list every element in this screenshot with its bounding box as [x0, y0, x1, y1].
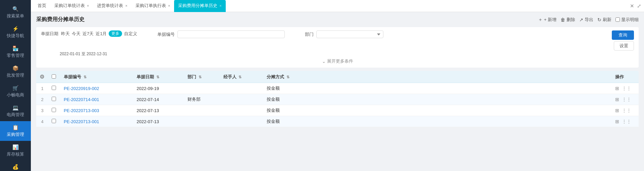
tab-close-purchase-order-stats[interactable]: × — [87, 0, 89, 12]
doc-no-link-3[interactable]: PE-20220713-003 — [64, 108, 99, 113]
shortcut-7days[interactable]: 近7天 — [83, 31, 94, 37]
toolbar: ＋ + 新增 🗑 删除 ↗ 导出 ↻ 刷新 显示明细 — [538, 17, 639, 23]
sidebar-item-inventory[interactable]: 📊 库存核算 — [0, 141, 31, 161]
col-header-dept: 部门 ⇅ — [184, 71, 220, 83]
col-header-doc-no: 单据编号 ⇅ — [60, 71, 133, 83]
expand-more-btn[interactable]: ⌄ 展开更多条件 — [41, 58, 634, 64]
shortcut-more[interactable]: 更多 — [109, 30, 122, 37]
filter-row-1: 单据日期 昨天 今天 近7天 近1月 更多 自定义 单据编号 — [41, 30, 634, 51]
content-area: 采购费用分摊单历史 ＋ + 新增 🗑 删除 ↗ 导出 ↻ 刷新 — [31, 12, 644, 171]
doc-no-link-4[interactable]: PE-20220713-001 — [64, 119, 99, 124]
col-checkbox — [48, 71, 60, 83]
row-checkbox-3 — [48, 105, 60, 116]
cell-actions-2: ⊞ ⋮⋮ — [612, 94, 639, 105]
sidebar-item-wholesale[interactable]: 📦 批发管理 — [0, 62, 31, 82]
show-columns-checkbox[interactable] — [615, 17, 620, 22]
sidebar: 🔍 搜索菜单 ⚡ 快捷导航 🏪 零售管理 📦 批发管理 🛒 小畅电商 💻 电商管… — [0, 0, 31, 171]
cell-doc-no-2: PE-20220714-001 — [60, 94, 133, 105]
row-checkbox-2 — [48, 94, 60, 105]
view-icon-4[interactable]: ⊞ — [615, 119, 619, 124]
date-filter-group: 单据日期 昨天 今天 近7天 近1月 更多 自定义 — [41, 30, 137, 37]
row-checkbox-4 — [48, 116, 60, 127]
tab-close-purchase-cost-split[interactable]: × — [219, 0, 221, 12]
column-settings-icon[interactable]: ⚙ — [40, 74, 44, 80]
sidebar-item-retail[interactable]: 🏪 零售管理 — [0, 42, 31, 62]
finance-icon: 💰 — [12, 164, 19, 170]
row-select-2[interactable] — [52, 97, 56, 101]
cell-date-2: 2022-07-14 — [133, 94, 184, 105]
tab-purchase-order-stats[interactable]: 采购订单统计表 × — [50, 0, 93, 12]
row-select-3[interactable] — [52, 108, 56, 112]
sidebar-item-ecom-mgr[interactable]: 💻 电商管理 — [0, 101, 31, 121]
row-num-2: 2 — [36, 94, 48, 105]
more-icon-2[interactable]: ⋮⋮ — [622, 97, 631, 102]
refresh-button[interactable]: ↻ 刷新 — [597, 17, 611, 23]
filter-actions: 查询 设置 — [612, 30, 634, 51]
ecom-small-icon: 🛒 — [12, 85, 19, 91]
shortcut-1month[interactable]: 近1月 — [96, 31, 107, 37]
doc-no-filter-group: 单据编号 — [157, 30, 285, 38]
sidebar-item-purchase[interactable]: 📋 采购管理 — [0, 121, 31, 141]
shortcut-yesterday[interactable]: 昨天 — [61, 31, 70, 37]
sort-dept-icon[interactable]: ⇅ — [199, 75, 202, 79]
shortcut-custom[interactable]: 自定义 — [124, 31, 137, 37]
cell-dept-3 — [184, 105, 220, 116]
dept-select[interactable] — [316, 30, 383, 38]
cell-handler-2 — [220, 94, 263, 105]
more-icon-3[interactable]: ⋮⋮ — [622, 108, 631, 113]
col-header-split-method: 分摊方式 ⇅ — [263, 71, 612, 83]
sidebar-item-search[interactable]: 🔍 搜索菜单 — [0, 3, 31, 22]
sort-doc-no-icon[interactable]: ⇅ — [84, 75, 87, 79]
doc-no-input[interactable] — [177, 30, 285, 38]
cell-split-method-1: 按金额 — [263, 83, 612, 94]
more-icon-1[interactable]: ⋮⋮ — [622, 86, 631, 91]
more-icon-4[interactable]: ⋮⋮ — [622, 119, 631, 124]
tab-close-purchase-order-exec[interactable]: × — [168, 0, 170, 12]
doc-no-link-1[interactable]: PE-20220919-002 — [64, 86, 99, 91]
close-window-icon[interactable]: ✕ — [630, 3, 634, 9]
sidebar-item-quick-nav[interactable]: ⚡ 快捷导航 — [0, 22, 31, 42]
query-button[interactable]: 查询 — [612, 30, 634, 40]
view-icon-2[interactable]: ⊞ — [615, 97, 619, 102]
row-select-1[interactable] — [52, 86, 56, 90]
show-columns-toggle[interactable]: 显示明细 — [615, 17, 639, 23]
add-button[interactable]: ＋ + 新增 — [538, 17, 556, 23]
filter-panel: 单据日期 昨天 今天 近7天 近1月 更多 自定义 单据编号 — [36, 27, 639, 68]
settings-button[interactable]: 设置 — [614, 41, 634, 51]
export-button[interactable]: ↗ 导出 — [579, 17, 593, 23]
cell-handler-3 — [220, 105, 263, 116]
tab-incoming-stats[interactable]: 进货单统计表 × — [93, 0, 131, 12]
maximize-icon[interactable]: ⤢ — [637, 3, 641, 9]
cell-dept-1 — [184, 83, 220, 94]
cell-date-1: 2022-09-19 — [133, 83, 184, 94]
search-icon: 🔍 — [12, 6, 19, 12]
sort-date-icon[interactable]: ⇅ — [156, 75, 159, 79]
doc-no-link-2[interactable]: PE-20220714-001 — [64, 97, 99, 102]
shortcut-today[interactable]: 今天 — [72, 31, 80, 37]
main-area: 首页 采购订单统计表 × 进货单统计表 × 采购订单执行表 × 采购费用分摊单历… — [31, 0, 644, 171]
tab-purchase-cost-split[interactable]: 采购费用分摊单历史 × — [174, 0, 225, 12]
sort-handler-icon[interactable]: ⇅ — [238, 75, 241, 79]
tab-home[interactable]: 首页 — [34, 0, 50, 12]
sidebar-item-finance[interactable]: 💰 资金管理 — [0, 161, 31, 171]
data-table-wrapper: ⚙ 单据编号 ⇅ 单据日期 ⇅ — [36, 71, 639, 127]
select-all-checkbox[interactable] — [52, 74, 56, 79]
sidebar-item-ecom-small[interactable]: 🛒 小畅电商 — [0, 82, 31, 101]
tab-purchase-order-exec[interactable]: 采购订单执行表 × — [131, 0, 174, 12]
page-title: 采购费用分摊单历史 — [36, 16, 85, 23]
table-body: 1 PE-20220919-002 2022-09-19 按金额 ⊞ ⋮⋮ 2 — [36, 83, 639, 127]
refresh-icon: ↻ — [597, 17, 601, 22]
table-row: 1 PE-20220919-002 2022-09-19 按金额 ⊞ ⋮⋮ — [36, 83, 639, 94]
row-select-4[interactable] — [52, 119, 56, 123]
sort-split-icon[interactable]: ⇅ — [286, 75, 289, 79]
date-range-text: 2022-01-01 至 2022-12-31 — [60, 52, 107, 56]
view-icon-1[interactable]: ⊞ — [615, 86, 619, 91]
delete-button[interactable]: 🗑 删除 — [560, 17, 575, 23]
cell-actions-4: ⊞ ⋮⋮ — [612, 116, 639, 127]
view-icon-3[interactable]: ⊞ — [615, 108, 619, 113]
cell-doc-no-1: PE-20220919-002 — [60, 83, 133, 94]
tab-close-incoming-stats[interactable]: × — [125, 0, 127, 12]
cell-doc-no-3: PE-20220713-003 — [60, 105, 133, 116]
dept-label: 部门 — [305, 31, 314, 37]
purchase-icon: 📋 — [12, 124, 19, 131]
